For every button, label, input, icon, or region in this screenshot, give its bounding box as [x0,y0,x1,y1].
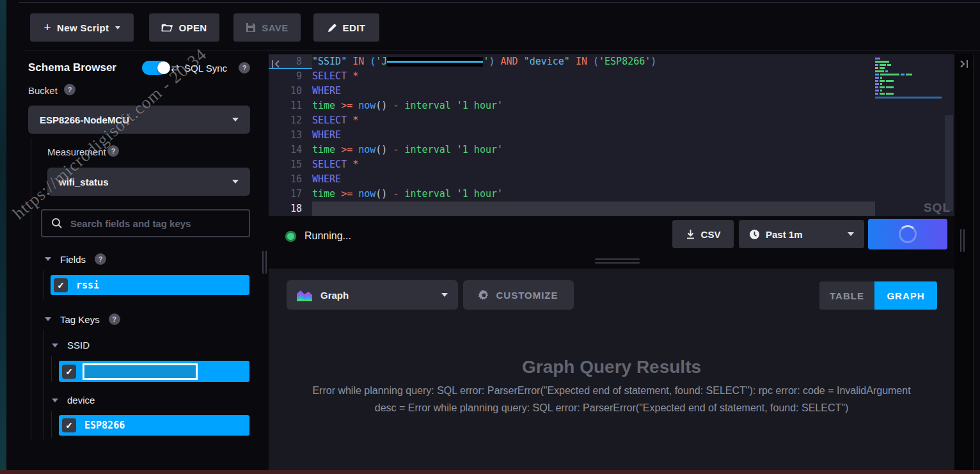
fields-section-row[interactable]: Fields ? [45,253,106,265]
graph-view-button[interactable]: GRAPH [874,281,937,310]
customize-label: CUSTOMIZE [496,290,558,301]
bucket-label: Bucket [28,85,58,96]
left-edge-strip [0,0,6,470]
measurement-dropdown[interactable]: wifi_status [47,168,250,196]
code-line[interactable]: 18 [269,201,954,216]
code-line[interactable]: 9SELECT * [269,69,954,84]
code-line[interactable]: 8"SSID" IN ('J') AND "device" IN ('ESP82… [269,54,954,69]
fields-help-icon[interactable]: ? [95,253,106,265]
code-line[interactable]: 12SELECT * [269,113,954,128]
code-line[interactable]: 17time >= now() - interval '1 hour' [269,187,954,201]
schema-search [41,209,250,237]
code-line[interactable]: 11time >= now() - interval '1 hour' [269,99,954,113]
view-type-label: Graph [320,290,433,301]
view-type-dropdown[interactable]: Graph [287,280,458,310]
bottom-accent-bar [0,470,980,474]
graph-label: GRAPH [887,290,924,301]
csv-label: CSV [701,229,721,240]
chevron-down-icon [232,180,239,184]
field-item-rssi[interactable]: ✓ rssi [51,275,249,295]
csv-download-button[interactable]: CSV [672,220,734,248]
search-input[interactable] [70,218,230,229]
customize-button[interactable]: CUSTOMIZE [463,280,574,310]
code-line[interactable]: 15SELECT * [269,157,954,172]
checkbox-checked[interactable]: ✓ [62,418,76,432]
open-button[interactable]: OPEN [149,13,219,42]
tag-keys-section-row[interactable]: Tag Keys ? [45,313,120,325]
sql-sync-label: SQL Sync [184,63,227,74]
right-rail-resize-handle[interactable] [960,229,965,252]
error-message-line2: desc = Error while planning query: SQL e… [269,402,954,414]
new-script-label: New Script [57,22,109,33]
chevron-down-icon [232,118,239,122]
tag-device-row[interactable]: device [52,395,95,406]
app-window: + New Script OPEN SAVE EDIT Schema Brows… [0,0,980,474]
save-label: SAVE [262,22,288,33]
loading-spinner-icon [899,225,917,243]
query-status-bar: Running... CSV Past 1m [269,216,954,256]
results-panel: Graph CUSTOMIZE TABLE GRAPH Graph Query … [269,269,954,470]
field-item-label: rssi [76,280,99,291]
redacted-ssid-value [83,363,198,380]
search-icon [51,217,63,229]
sql-editor[interactable]: 8"SSID" IN ('J') AND "device" IN ('ESP82… [269,54,954,216]
running-status-label: Running... [304,230,351,242]
editor-minimap[interactable] [875,58,947,99]
edit-button[interactable]: EDIT [313,13,379,42]
tag-ssid-row[interactable]: SSID [52,340,90,351]
minimap-rows [875,58,947,95]
rail-border [973,54,974,470]
edit-label: EDIT [343,22,366,33]
sql-sync-help-icon[interactable]: ? [239,62,250,74]
bucket-dropdown[interactable]: ESP8266-NodeMCU [28,106,250,134]
code-line[interactable]: 13WHERE [269,128,954,143]
chevron-down-icon [441,293,448,297]
collapse-editor-icon[interactable] [271,59,280,68]
bucket-help-icon[interactable]: ? [64,84,75,95]
expand-panel-icon[interactable] [960,59,968,68]
chevron-down-icon [45,317,51,321]
tag-ssid-label: SSID [67,340,90,351]
time-range-dropdown[interactable]: Past 1m [739,220,864,248]
running-status-icon [285,231,296,242]
schema-browser-title: Schema Browser [28,61,116,74]
folder-open-icon [161,22,173,33]
tag-device-label: device [67,395,95,406]
sidebar-resize-handle[interactable] [262,251,267,274]
tag-value-label: ESP8266 [84,420,125,431]
measurement-help-icon[interactable]: ? [107,145,119,157]
clock-icon [749,229,760,240]
run-query-button[interactable] [868,219,947,249]
checkbox-checked[interactable]: ✓ [62,365,76,379]
chevron-down-icon [115,26,120,29]
save-icon [246,22,256,33]
tag-value-ssid[interactable]: ✓ [59,361,249,382]
toggle-knob [157,61,170,74]
time-range-label: Past 1m [766,229,842,240]
chevron-down-icon [45,257,51,261]
chevron-down-icon [52,344,58,347]
top-border [19,2,980,3]
redacted-text [387,57,483,67]
sql-language-badge: SQL [924,201,951,215]
tag-keys-label: Tag Keys [60,314,100,325]
tag-value-device[interactable]: ✓ ESP8266 [59,415,249,436]
sql-sync-toggle[interactable] [142,61,168,75]
checkbox-checked[interactable]: ✓ [54,278,68,292]
code-line[interactable]: 10WHERE [269,84,954,99]
table-view-button[interactable]: TABLE [819,281,874,310]
tag-keys-help-icon[interactable]: ? [109,313,120,325]
empty-results-title: Graph Query Results [269,357,954,377]
editor-scrollbar[interactable] [945,115,953,211]
chevron-down-icon [848,232,854,236]
new-script-button[interactable]: + New Script [30,13,134,42]
save-button[interactable]: SAVE [233,13,301,42]
plus-icon: + [43,20,51,35]
code-line[interactable]: 16WHERE [269,172,954,187]
right-rail [954,54,973,470]
code-line[interactable]: 14time >= now() - interval '1 hour' [269,143,954,157]
toolbar-divider [24,51,980,51]
sync-icon: ⇄ [171,62,179,74]
gear-icon [478,290,489,301]
panel-resize-handle[interactable] [595,258,640,264]
